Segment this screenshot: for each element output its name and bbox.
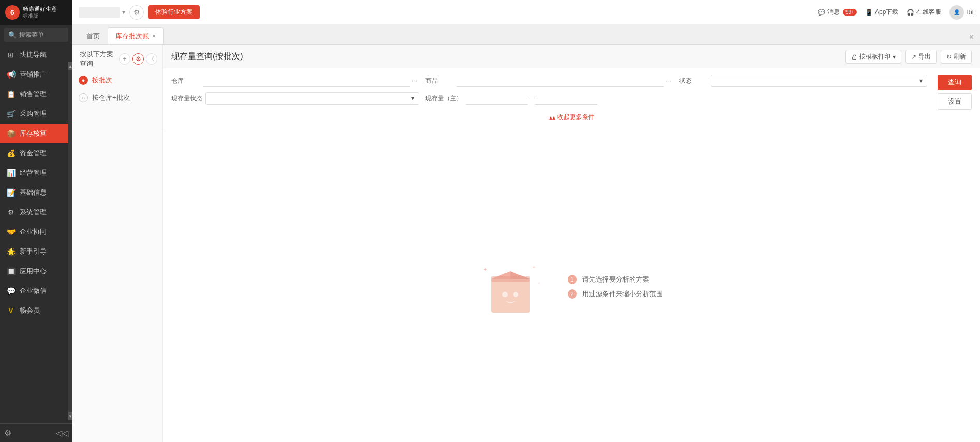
stock-status-dropdown-icon: ▾ <box>411 95 414 102</box>
svg-point-2 <box>502 292 508 297</box>
product-filter-input[interactable] <box>457 75 664 87</box>
sidebar-item-label: 销售管理 <box>20 90 47 99</box>
customer-service-icon: 🎧 <box>907 9 914 16</box>
step-2-num: 2 <box>568 289 577 299</box>
filter-settings-btn[interactable]: 设置 <box>938 93 972 110</box>
app-download-btn[interactable]: 📱 App下载 <box>865 8 898 17</box>
query-btn[interactable]: 查询 <box>938 75 972 90</box>
filter-stock-amount: 现存量（主） — <box>425 93 673 105</box>
user-profile-btn[interactable]: 👤 Rit <box>949 5 974 20</box>
user-name: Rit <box>966 9 974 16</box>
sidebar-item-sales[interactable]: 📋 销售管理 <box>0 84 72 104</box>
breadcrumb: ▾ <box>79 7 125 18</box>
sidebar-item-label: 基础信息 <box>20 188 47 197</box>
status-dropdown-icon: ▾ <box>919 77 923 84</box>
step-2-text: 用过滤条件来缩小分析范围 <box>582 289 663 299</box>
stock-status-select[interactable]: ▾ <box>205 92 419 105</box>
page-title: 现存量查询(按批次) <box>171 51 243 62</box>
active-tab-label: 库存批次账 <box>115 32 149 41</box>
warehouse-filter-input[interactable] <box>203 75 410 87</box>
print-template-btn[interactable]: 🖨 按模板打印 ▾ <box>845 50 901 64</box>
sidebar-item-vip[interactable]: V 畅会员 <box>0 301 72 320</box>
customer-service-btn[interactable]: 🎧 在线客服 <box>907 8 941 17</box>
product-filter-label: 商品 <box>425 77 454 85</box>
wechat-icon: 💬 <box>6 286 16 296</box>
left-panel: 按以下方案查询 + ⚙ 《 ● 按批次 <box>72 45 163 442</box>
sidebar-item-label: 新手引导 <box>20 247 47 256</box>
svg-text:✦: ✦ <box>532 265 536 270</box>
plus-icon: + <box>123 55 126 63</box>
scheme-by-batch[interactable]: ● 按批次 <box>72 71 162 89</box>
sidebar-item-inventory[interactable]: 📦 库存核算 <box>0 124 72 143</box>
empty-illustration: ✦ ✦ ✦ <box>481 261 543 313</box>
sidebar-item-marketing[interactable]: 📢 营销推广 <box>0 65 72 84</box>
export-btn[interactable]: ↗ 导出 <box>905 50 937 64</box>
empty-state: ✦ ✦ ✦ 1 请先选择要分析的方案 2 用过滤条件来缩小分 <box>163 131 980 442</box>
sidebar-item-enterprise[interactable]: 🤝 企业协同 <box>0 222 72 242</box>
warehouse-filter-label: 仓库 <box>171 77 200 85</box>
tab-inventory-batch[interactable]: 库存批次账 × <box>108 27 164 44</box>
scheme-by-warehouse-batch[interactable]: ○ 按仓库+批次 <box>72 89 162 107</box>
vip-icon: V <box>6 306 16 315</box>
topbar-settings-button[interactable]: ⚙ <box>129 5 144 20</box>
breadcrumb-input[interactable] <box>79 7 120 18</box>
trial-btn[interactable]: 体验行业方案 <box>148 5 200 19</box>
inventory-icon: 📦 <box>6 129 16 138</box>
scroll-up-btn[interactable]: ▲ <box>68 62 72 70</box>
collapse-sidebar-icon[interactable]: ◁◁ <box>56 428 68 438</box>
product-filter-dots[interactable]: ··· <box>664 77 673 84</box>
stock-status-label: 现存量状态 <box>171 94 202 103</box>
tab-close-icon[interactable]: × <box>152 33 156 39</box>
sidebar-item-finance[interactable]: 💰 资金管理 <box>0 143 72 163</box>
sidebar-item-wechat[interactable]: 💬 企业微信 <box>0 281 72 301</box>
refresh-btn[interactable]: ↻ 刷新 <box>941 50 972 64</box>
settings-footer-icon[interactable]: ⚙ <box>4 428 11 438</box>
left-panel-title: 按以下方案查询 <box>80 50 119 68</box>
marketing-icon: 📢 <box>6 70 16 79</box>
stock-amount-label: 现存量（主） <box>425 94 463 103</box>
sidebar-item-purchase[interactable]: 🛒 采购管理 <box>0 104 72 124</box>
messages-label: 消息 <box>827 8 840 17</box>
sales-icon: 📋 <box>6 90 16 99</box>
messages-icon: 💬 <box>818 9 825 16</box>
sidebar-item-system[interactable]: ⚙ 系统管理 <box>0 202 72 222</box>
purchase-icon: 🛒 <box>6 109 16 119</box>
sidebar-item-basic[interactable]: 📝 基础信息 <box>0 183 72 202</box>
sidebar-item-guide[interactable]: 🌟 新手引导 <box>0 242 72 261</box>
collapse-filter-bar[interactable]: ▴▴ 收起更多条件 <box>171 110 972 125</box>
sidebar-item-shortcut[interactable]: ⊞ 快捷导航 <box>0 45 72 65</box>
search-menu[interactable]: 🔍 搜索菜单 <box>4 28 68 42</box>
sidebar-header: 6 畅康通好生意 标准版 <box>0 0 72 25</box>
stock-amount-to[interactable] <box>535 93 597 105</box>
left-panel-header: 按以下方案查询 + ⚙ 《 <box>72 45 162 71</box>
finance-icon: 💰 <box>6 149 16 158</box>
scroll-down-btn[interactable]: ▼ <box>68 412 72 420</box>
collapse-panel-btn[interactable]: 《 <box>146 53 157 65</box>
messages-btn[interactable]: 💬 消息 99+ <box>818 8 857 17</box>
gear-icon: ⚙ <box>136 55 141 63</box>
print-template-label: 按模板打印 <box>859 52 890 61</box>
tab-home[interactable]: 首页 <box>79 27 108 44</box>
sidebar-item-operation[interactable]: 📊 经营管理 <box>0 163 72 183</box>
refresh-label: 刷新 <box>954 52 966 61</box>
search-icon: 🔍 <box>8 31 17 39</box>
system-icon: ⚙ <box>6 208 16 217</box>
sidebar-item-label: 资金管理 <box>20 149 47 158</box>
operation-icon: 📊 <box>6 168 16 178</box>
app-logo: 6 <box>5 5 20 20</box>
breadcrumb-chevron-icon: ▾ <box>122 9 125 16</box>
settings-scheme-btn[interactable]: ⚙ <box>132 53 144 65</box>
sidebar-item-apps[interactable]: 🔲 应用中心 <box>0 261 72 281</box>
svg-text:✦: ✦ <box>483 267 487 272</box>
page-header: 现存量查询(按批次) 🖨 按模板打印 ▾ ↗ 导出 ↻ 刷新 <box>163 45 980 68</box>
basic-icon: 📝 <box>6 188 16 197</box>
warehouse-filter-dots[interactable]: ··· <box>410 77 419 84</box>
stock-amount-from[interactable] <box>466 93 528 105</box>
panel-close-btn[interactable]: × <box>969 33 974 44</box>
sidebar-scrollbar: ▲ ▼ <box>68 62 72 420</box>
add-scheme-btn[interactable]: + <box>119 53 130 65</box>
status-filter-select[interactable]: ▾ <box>711 75 927 87</box>
avatar: 👤 <box>949 5 964 20</box>
shortcut-icon: ⊞ <box>6 50 16 60</box>
collapse-icon: 《 <box>149 55 154 63</box>
